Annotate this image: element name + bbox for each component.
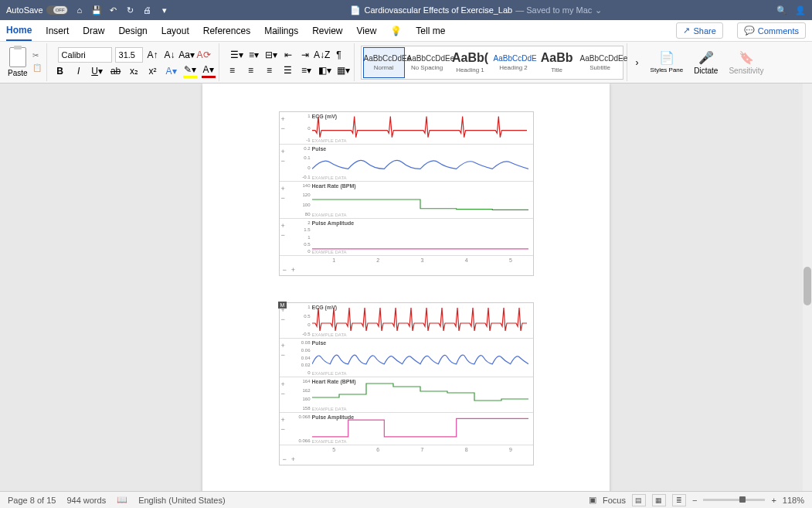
font-color-icon[interactable]: A▾ bbox=[202, 64, 216, 78]
text-effects-icon[interactable]: A▾ bbox=[165, 64, 178, 78]
tab-insert[interactable]: Insert bbox=[46, 22, 69, 40]
superscript-button[interactable]: x² bbox=[146, 64, 160, 78]
zoom-out-icon[interactable]: − bbox=[281, 351, 285, 359]
font-size-select[interactable] bbox=[115, 47, 143, 63]
tell-me[interactable]: Tell me bbox=[416, 22, 445, 40]
document-area[interactable]: +−10-1ECG (mV)EXAMPLE DATA+−0.20.10-0.1P… bbox=[0, 84, 812, 491]
web-layout-view-icon[interactable]: ▦ bbox=[652, 494, 666, 506]
print-layout-view-icon[interactable]: ▤ bbox=[632, 494, 646, 506]
subscript-button[interactable]: x₂ bbox=[127, 64, 141, 78]
chart-figure-1[interactable]: +−10-1ECG (mV)EXAMPLE DATA+−0.20.10-0.1P… bbox=[279, 111, 534, 276]
zoom-out-icon[interactable]: − bbox=[281, 315, 285, 323]
zoom-in-icon[interactable]: + bbox=[281, 306, 285, 314]
numbering-icon[interactable]: ≡▾ bbox=[247, 48, 261, 62]
panel-zoom-controls[interactable]: +− bbox=[281, 380, 285, 397]
zoom-out-icon[interactable]: − bbox=[692, 496, 697, 505]
line-spacing-icon[interactable]: ≡▾ bbox=[300, 63, 314, 77]
page-indicator[interactable]: Page 8 of 15 bbox=[8, 496, 56, 505]
increase-indent-icon[interactable]: ⇥ bbox=[298, 48, 312, 62]
dictate-button[interactable]: 🎤 Dictate bbox=[691, 49, 721, 77]
multilevel-icon[interactable]: ⊟▾ bbox=[264, 48, 278, 62]
align-left-icon[interactable]: ≡ bbox=[226, 63, 240, 77]
style-heading-1[interactable]: AaBb(Heading 1 bbox=[450, 47, 491, 78]
bold-button[interactable]: B bbox=[53, 64, 67, 78]
sensitivity-button[interactable]: 🔖 Sensitivity bbox=[725, 49, 766, 77]
chart-figure-2[interactable]: M+−10.50-0.5ECG (mV)EXAMPLE DATA+−0.080.… bbox=[279, 302, 534, 465]
search-icon[interactable]: 🔍 bbox=[776, 5, 787, 15]
zoom-out-icon[interactable]: − bbox=[283, 266, 287, 274]
style-no-spacing[interactable]: AaBbCcDdEeNo Spacing bbox=[406, 47, 448, 78]
language-indicator[interactable]: English (United States) bbox=[138, 496, 226, 505]
change-case-icon[interactable]: Aa▾ bbox=[180, 48, 194, 62]
panel-zoom-controls[interactable]: +− bbox=[281, 148, 285, 165]
tab-review[interactable]: Review bbox=[312, 22, 342, 40]
cut-icon[interactable]: ✂ bbox=[32, 51, 43, 62]
panel-zoom-controls[interactable]: +− bbox=[281, 416, 285, 433]
zoom-in-icon[interactable]: + bbox=[281, 342, 285, 349]
sort-icon[interactable]: A↓Z bbox=[315, 48, 329, 62]
toggle-switch[interactable] bbox=[46, 5, 68, 15]
redo-icon[interactable]: ↻ bbox=[125, 5, 136, 15]
styles-scroll-right-icon[interactable]: › bbox=[630, 56, 644, 70]
styles-gallery[interactable]: AaBbCcDdEeNormalAaBbCcDdEeNo SpacingAaBb… bbox=[361, 46, 623, 80]
zoom-in-icon[interactable]: + bbox=[281, 148, 285, 155]
highlight-icon[interactable]: ✎▾ bbox=[183, 64, 197, 78]
font-name-select[interactable] bbox=[58, 47, 112, 63]
tab-home[interactable]: Home bbox=[6, 21, 32, 41]
autosave-toggle[interactable]: AutoSave bbox=[6, 5, 68, 15]
focus-mode[interactable]: Focus bbox=[603, 496, 626, 505]
clear-format-icon[interactable]: A⟳ bbox=[197, 48, 211, 62]
tab-view[interactable]: View bbox=[357, 22, 377, 40]
zoom-in-icon[interactable]: + bbox=[281, 380, 285, 388]
style-subtitle[interactable]: AaBbCcDdEeSubtitle bbox=[579, 47, 621, 78]
more-icon[interactable]: ▾ bbox=[159, 5, 170, 15]
print-icon[interactable]: 🖨 bbox=[142, 5, 153, 15]
word-count[interactable]: 944 words bbox=[66, 496, 106, 505]
style-normal[interactable]: AaBbCcDdEeNormal bbox=[363, 47, 405, 78]
zoom-in-icon[interactable]: + bbox=[281, 115, 285, 123]
decrease-indent-icon[interactable]: ⇤ bbox=[281, 48, 295, 62]
styles-pane-button[interactable]: 📄 Styles Pane bbox=[647, 49, 687, 77]
zoom-out-icon[interactable]: − bbox=[281, 124, 285, 132]
zoom-in-icon[interactable]: + bbox=[281, 185, 285, 193]
outline-view-icon[interactable]: ≣ bbox=[672, 494, 686, 506]
zoom-out-icon[interactable]: − bbox=[281, 390, 285, 397]
align-right-icon[interactable]: ≡ bbox=[263, 63, 277, 77]
justify-icon[interactable]: ☰ bbox=[281, 63, 295, 77]
vertical-scrollbar[interactable] bbox=[803, 84, 812, 491]
zoom-out-icon[interactable]: − bbox=[281, 194, 285, 202]
bullets-icon[interactable]: ☰▾ bbox=[230, 48, 244, 62]
chart-bottom-controls[interactable]: −+ bbox=[280, 264, 533, 275]
comments-button[interactable]: 💬Comments bbox=[737, 22, 806, 39]
tab-references[interactable]: References bbox=[203, 22, 250, 40]
undo-icon[interactable]: ↶ bbox=[108, 5, 119, 15]
save-icon[interactable]: 💾 bbox=[91, 5, 102, 15]
show-marks-icon[interactable]: ¶ bbox=[332, 48, 346, 62]
zoom-in-icon[interactable]: + bbox=[771, 496, 776, 505]
zoom-in-icon[interactable]: + bbox=[281, 416, 285, 424]
chart-bottom-controls[interactable]: −+ bbox=[280, 454, 533, 465]
zoom-out-icon[interactable]: − bbox=[281, 425, 285, 433]
zoom-slider[interactable] bbox=[703, 499, 765, 501]
zoom-level[interactable]: 118% bbox=[783, 496, 804, 505]
panel-zoom-controls[interactable]: +− bbox=[281, 185, 285, 202]
tab-layout[interactable]: Layout bbox=[161, 22, 189, 40]
style-heading-2[interactable]: AaBbCcDdEHeading 2 bbox=[493, 47, 535, 78]
italic-button[interactable]: I bbox=[72, 64, 86, 78]
zoom-in-icon[interactable]: + bbox=[291, 455, 295, 463]
paste-button[interactable]: Paste bbox=[8, 47, 28, 77]
style-title[interactable]: AaBbTitle bbox=[536, 47, 578, 78]
panel-zoom-controls[interactable]: +− bbox=[281, 222, 285, 239]
home-icon[interactable]: ⌂ bbox=[74, 5, 85, 15]
strike-button[interactable]: ab bbox=[109, 64, 123, 78]
tab-draw[interactable]: Draw bbox=[83, 22, 104, 40]
spellcheck-icon[interactable]: 📖 bbox=[117, 495, 127, 505]
tab-design[interactable]: Design bbox=[118, 22, 147, 40]
panel-zoom-controls[interactable]: +− bbox=[281, 342, 285, 359]
zoom-in-icon[interactable]: + bbox=[291, 266, 295, 274]
share-button[interactable]: ↗Share bbox=[676, 22, 722, 39]
borders-icon[interactable]: ▦▾ bbox=[337, 63, 351, 77]
shrink-font-icon[interactable]: A↓ bbox=[163, 48, 177, 62]
underline-button[interactable]: U▾ bbox=[90, 64, 104, 78]
tab-mailings[interactable]: Mailings bbox=[264, 22, 298, 40]
